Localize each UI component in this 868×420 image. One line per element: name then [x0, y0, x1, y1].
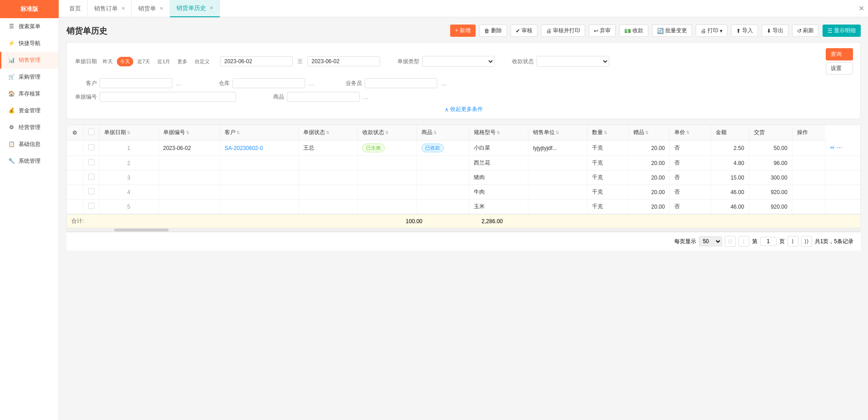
sort-payment-status[interactable]: 收款状态 ⇅ [362, 129, 389, 136]
sidebar-item-basic-info[interactable]: 📋 基础信息 [0, 136, 59, 153]
page-last-btn[interactable]: ⟩⟩ [801, 236, 812, 247]
th-doc-date[interactable]: 单据日期 ⇅ [99, 125, 158, 140]
tab-sales-history[interactable]: 销货单历史 ✕ [170, 0, 220, 17]
row-checkbox-0[interactable] [83, 140, 99, 156]
row-doc-no-1[interactable] [220, 156, 299, 170]
gear-settings-icon[interactable]: ⚙ [72, 130, 77, 136]
collect-button[interactable]: 💵 收款 [619, 25, 648, 37]
date-btn-7days[interactable]: 近7天 [134, 57, 153, 66]
sort-customer[interactable]: 客户 ⇅ [225, 129, 240, 136]
select-all-checkbox[interactable] [88, 129, 95, 135]
row-checkbox-input-1[interactable] [88, 159, 95, 165]
sort-sales-unit[interactable]: 销售单位 ⇅ [533, 129, 559, 136]
sidebar-item-purchase-mgmt[interactable]: 🛒 采购管理 [0, 69, 59, 85]
sidebar-item-sales-mgmt[interactable]: 📊 销售管理 [0, 52, 59, 69]
customer-dots[interactable]: ... [176, 80, 181, 87]
query-button[interactable]: 查询 [826, 48, 853, 60]
th-gift[interactable]: 赠品 ⇅ [628, 125, 670, 140]
settings-button[interactable]: 设置 [826, 62, 853, 75]
date-from-input[interactable] [220, 56, 293, 66]
filter-payment-status-select[interactable] [537, 56, 609, 67]
import-button[interactable]: ⬆ 导入 [731, 25, 758, 37]
page-next-btn[interactable]: ⟩ [788, 236, 798, 247]
th-qty[interactable]: 数量 ⇅ [587, 125, 629, 140]
action-more-0[interactable]: ⋯ [837, 145, 842, 151]
row-checkbox-input-3[interactable] [88, 188, 95, 195]
page-prev-btn[interactable]: ⟨ [738, 236, 749, 247]
row-doc-no-3[interactable] [220, 185, 299, 200]
sidebar-item-search-menu[interactable]: ☰ 搜索菜单 [0, 18, 59, 35]
sidebar-item-inventory[interactable]: 🏠 库存核算 [0, 85, 59, 102]
filter-warehouse-input[interactable] [232, 78, 305, 88]
th-customer[interactable]: 客户 ⇅ [220, 125, 299, 140]
date-to-input[interactable] [307, 56, 380, 66]
refresh-button[interactable]: ↺ 刷新 [792, 25, 819, 37]
row-doc-no-0[interactable]: SA-20230602-0 [220, 140, 299, 156]
tabbar-close-btn[interactable]: ✕ [858, 4, 864, 13]
collapse-filter-btn[interactable]: ∧ 收起更多条件 [74, 105, 853, 113]
salesperson-dots[interactable]: ... [441, 80, 447, 87]
date-btn-custom[interactable]: 自定义 [191, 57, 213, 66]
row-checkbox-input-2[interactable] [88, 174, 95, 180]
th-doc-status[interactable]: 单据状态 ⇅ [299, 125, 358, 140]
warehouse-dots[interactable]: ... [309, 80, 314, 87]
tab-sales-delivery[interactable]: 销货单 ✕ [132, 0, 170, 17]
goods-dots[interactable]: ... [363, 93, 369, 100]
sort-doc-no[interactable]: 单据编号 ⇅ [163, 129, 190, 136]
date-btn-today[interactable]: 今天 [117, 57, 133, 66]
horizontal-scrollbar[interactable] [67, 228, 860, 231]
th-gear[interactable]: ⚙ [67, 125, 83, 140]
filter-salesperson-input[interactable] [365, 78, 437, 88]
tab-home[interactable]: 首页 [63, 0, 88, 17]
sort-doc-date[interactable]: 单据日期 ⇅ [104, 129, 130, 136]
th-doc-no[interactable]: 单据编号 ⇅ [158, 125, 220, 140]
tab-close-sales-delivery[interactable]: ✕ [160, 6, 163, 11]
filter-doc-type-select[interactable] [422, 56, 495, 67]
tab-close-sales-order[interactable]: ✕ [121, 6, 125, 11]
th-spec[interactable]: 规格型号 ⇅ [469, 125, 528, 140]
abandon-button[interactable]: ↩ 弃审 [589, 25, 616, 37]
row-checkbox-3[interactable] [83, 185, 99, 200]
sidebar-item-quick-nav[interactable]: ⚡ 快捷导航 [0, 35, 59, 52]
delete-button[interactable]: 🗑 删除 [479, 25, 507, 37]
row-checkbox-1[interactable] [83, 156, 99, 170]
row-doc-no-4[interactable] [220, 200, 299, 214]
row-doc-no-2[interactable] [220, 170, 299, 185]
batch-change-button[interactable]: 🔄 批量变更 [652, 25, 692, 37]
sidebar-item-operations-mgmt[interactable]: ⚙ 经营管理 [0, 119, 59, 136]
per-page-select[interactable]: 50 100 200 [699, 236, 722, 246]
row-checkbox-2[interactable] [83, 170, 99, 185]
show-details-button[interactable]: ☰ 显示明细 [823, 25, 861, 37]
tab-close-sales-history[interactable]: ✕ [210, 5, 213, 10]
row-checkbox-input-0[interactable] [88, 144, 95, 150]
sidebar-item-finance-mgmt[interactable]: 💰 资金管理 [0, 102, 59, 119]
new-button[interactable]: + 新增 [450, 25, 476, 37]
date-btn-1month[interactable]: 近1月 [154, 57, 173, 66]
sort-gift[interactable]: 赠品 ⇅ [633, 129, 649, 136]
sort-qty[interactable]: 数量 ⇅ [592, 129, 607, 136]
action-edit-0[interactable]: ✏ [830, 145, 835, 151]
sort-unit-price[interactable]: 单价 ⇅ [674, 129, 690, 136]
row-checkbox-4[interactable] [83, 200, 99, 214]
sort-goods[interactable]: 商品 ⇅ [421, 129, 437, 136]
sort-doc-status[interactable]: 单据状态 ⇅ [303, 129, 330, 136]
filter-doc-no-input[interactable] [100, 92, 236, 102]
print-button[interactable]: 🖨 打印 ▾ [696, 25, 728, 37]
page-first-btn[interactable]: ⟨⟨ [725, 236, 736, 247]
th-payment-status[interactable]: 收款状态 ⇅ [358, 125, 417, 140]
th-goods[interactable]: 商品 ⇅ [417, 125, 469, 140]
scrollbar-thumb[interactable] [114, 229, 169, 231]
audit-print-button[interactable]: 🖨 审核并打印 [541, 25, 585, 37]
sort-spec[interactable]: 规格型号 ⇅ [474, 129, 500, 136]
row-checkbox-input-4[interactable] [88, 203, 95, 209]
tab-sales-order[interactable]: 销售订单 ✕ [88, 0, 132, 17]
date-btn-more[interactable]: 更多 [174, 57, 191, 66]
th-sales-unit[interactable]: 销售单位 ⇅ [528, 125, 587, 140]
th-unit-price[interactable]: 单价 ⇅ [670, 125, 711, 140]
sidebar-item-system-mgmt[interactable]: 🔧 系统管理 [0, 153, 59, 170]
page-input[interactable] [760, 237, 777, 246]
export-button[interactable]: ⬇ 导出 [762, 25, 788, 37]
filter-customer-input[interactable] [100, 78, 172, 88]
date-btn-yesterday[interactable]: 昨天 [100, 57, 116, 66]
filter-goods-input[interactable] [287, 92, 360, 102]
